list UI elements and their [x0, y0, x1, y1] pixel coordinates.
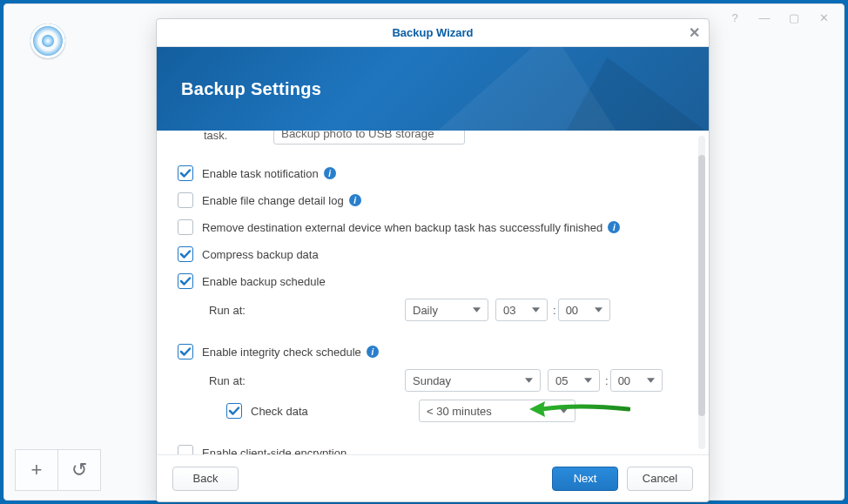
integrity-minute-select[interactable]: 00 — [610, 369, 663, 392]
integrity-day-value: Sunday — [413, 374, 451, 387]
backup-hour-value: 03 — [503, 304, 515, 317]
backup-schedule-label: Enable backup schedule — [202, 275, 326, 288]
task-label: task. — [204, 131, 273, 142]
help-icon[interactable]: ? — [727, 11, 743, 24]
chevron-down-icon — [523, 307, 540, 312]
integrity-day-select[interactable]: Sunday — [405, 369, 541, 392]
chevron-down-icon — [575, 378, 592, 383]
bottom-toolbar: + ↺ — [15, 449, 100, 491]
wizard-footer: Back Next Cancel — [157, 454, 709, 501]
info-icon[interactable]: i — [608, 221, 620, 233]
compress-label: Compress backup data — [202, 248, 319, 261]
chevron-down-icon — [551, 408, 568, 413]
back-button[interactable]: Back — [172, 467, 239, 491]
app-window: ? — ▢ ✕ + ↺ Backup Wizard ✕ Backup Setti… — [3, 3, 845, 501]
minimize-icon[interactable]: — — [757, 11, 772, 24]
backup-schedule-checkbox[interactable] — [178, 273, 193, 289]
backup-frequency-select[interactable]: Daily — [405, 299, 488, 321]
time-separator: : — [605, 374, 609, 387]
client-encryption-checkbox[interactable] — [178, 445, 193, 454]
check-data-duration-select[interactable]: < 30 minutes — [419, 400, 575, 422]
info-icon[interactable]: i — [324, 167, 336, 179]
wizard-dialog: Backup Wizard ✕ Backup Settings task. En… — [156, 18, 710, 502]
info-icon[interactable]: i — [367, 346, 379, 358]
app-logo-icon — [30, 24, 65, 58]
client-encryption-label: Enable client-side encryption — [202, 447, 347, 455]
integrity-label: Enable integrity check schedule — [202, 346, 361, 359]
info-icon[interactable]: i — [349, 194, 361, 206]
history-button[interactable]: ↺ — [57, 449, 101, 491]
backup-minute-select[interactable]: 00 — [558, 299, 610, 321]
task-name-input[interactable] — [273, 131, 465, 144]
chevron-down-icon — [516, 378, 533, 383]
chevron-down-icon — [586, 307, 602, 312]
wizard-banner: Backup Settings — [157, 47, 709, 131]
enable-notification-checkbox[interactable] — [178, 165, 193, 181]
cancel-button[interactable]: Cancel — [627, 467, 693, 491]
integrity-hour-select[interactable]: 05 — [548, 369, 600, 392]
backup-runat-label: Run at: — [209, 304, 405, 317]
integrity-runat-label: Run at: — [209, 374, 405, 387]
add-button[interactable]: + — [15, 449, 58, 491]
page-title: Backup Settings — [181, 79, 321, 99]
enable-filechange-label: Enable file change detail log — [202, 194, 344, 207]
integrity-checkbox[interactable] — [178, 344, 193, 360]
scrollbar-thumb[interactable] — [698, 155, 705, 416]
check-data-checkbox[interactable] — [226, 403, 242, 419]
time-separator: : — [553, 304, 556, 317]
enable-notification-label: Enable task notification — [202, 167, 319, 180]
enable-filechange-checkbox[interactable] — [178, 192, 193, 208]
backup-frequency-value: Daily — [413, 304, 438, 317]
remove-destination-checkbox[interactable] — [178, 219, 193, 235]
outer-window-controls: ? — ▢ ✕ — [727, 11, 831, 24]
chevron-down-icon — [638, 378, 655, 383]
backup-minute-value: 00 — [566, 304, 578, 317]
backup-hour-select[interactable]: 03 — [495, 299, 548, 321]
maximize-icon[interactable]: ▢ — [786, 11, 802, 24]
integrity-hour-value: 05 — [555, 374, 568, 387]
close-icon[interactable]: ✕ — [689, 24, 700, 41]
history-icon: ↺ — [71, 459, 87, 481]
compress-checkbox[interactable] — [178, 246, 193, 262]
remove-destination-label: Remove destination external device when … — [202, 221, 602, 234]
wizard-title: Backup Wizard — [392, 26, 473, 39]
check-data-duration-value: < 30 minutes — [427, 405, 492, 418]
scrollbar[interactable] — [698, 136, 705, 449]
wizard-titlebar: Backup Wizard ✕ — [157, 19, 709, 47]
close-icon[interactable]: ✕ — [816, 11, 831, 24]
chevron-down-icon — [464, 307, 481, 312]
settings-scrollpane: task. Enable task notification i Enable … — [178, 131, 700, 454]
check-data-label: Check data — [251, 405, 419, 418]
integrity-minute-value: 00 — [618, 374, 630, 387]
next-button[interactable]: Next — [552, 467, 618, 491]
